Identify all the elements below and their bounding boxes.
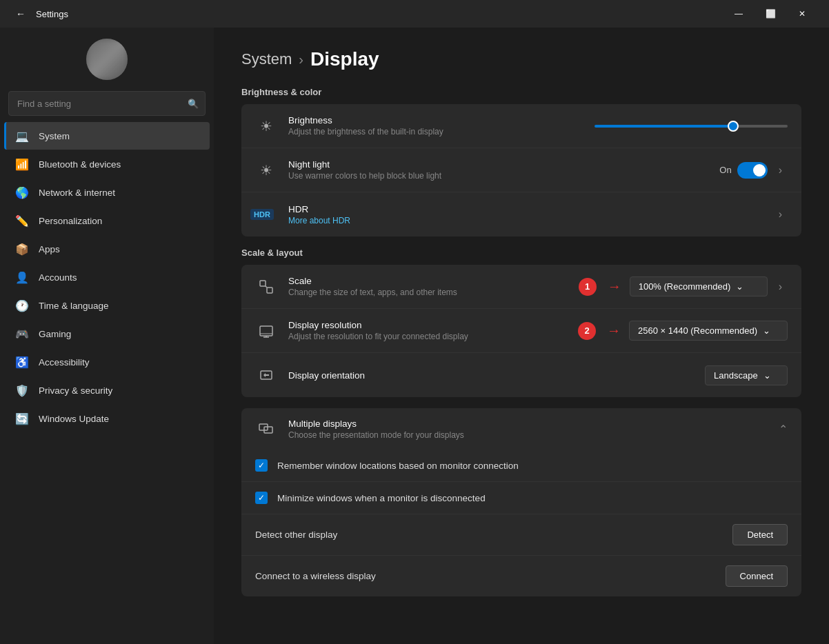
sidebar-item-time[interactable]: 🕐 Time & language: [4, 292, 210, 319]
sidebar-item-network[interactable]: 🌎 Network & internet: [4, 179, 210, 206]
remember-checkbox[interactable]: [255, 459, 268, 472]
breadcrumb-separator: ›: [299, 52, 303, 68]
sidebar-item-system[interactable]: 💻 System: [4, 122, 210, 150]
sidebar-item-label-accessibility: Accessibility: [39, 357, 90, 368]
scale-chevron[interactable]: ›: [773, 278, 788, 296]
scale-value: 100% (Recommended): [639, 281, 731, 292]
search-input[interactable]: [8, 91, 206, 116]
sidebar-item-apps[interactable]: 📦 Apps: [4, 235, 210, 263]
sidebar-item-bluetooth[interactable]: 📶 Bluetooth & devices: [4, 150, 210, 178]
hdr-action: ›: [773, 205, 788, 223]
svg-rect-1: [267, 288, 272, 293]
night-light-chevron[interactable]: ›: [773, 161, 788, 179]
titlebar: ← Settings — ⬜ ✕: [0, 0, 829, 28]
breadcrumb-current: Display: [310, 48, 379, 70]
minimize-button[interactable]: —: [723, 0, 755, 28]
sidebar-item-label-update: Windows Update: [39, 414, 109, 424]
hdr-link[interactable]: More about HDR: [288, 216, 773, 225]
annotation-arrow-1: →: [608, 279, 621, 294]
hdr-text: HDR More about HDR: [288, 204, 773, 225]
scale-action: 1 → 100% (Recommended) ⌄ ›: [579, 276, 788, 296]
resolution-text: Display resolution Adjust the resolution…: [288, 320, 578, 341]
remember-checkbox-row: Remember window locations based on monit…: [241, 450, 801, 482]
breadcrumb-parent[interactable]: System: [241, 50, 292, 68]
update-icon: 🔄: [15, 412, 29, 425]
scale-subtitle: Change the size of text, apps, and other…: [288, 288, 579, 297]
brightness-subtitle: Adjust the brightness of the built-in di…: [288, 127, 595, 137]
multiple-displays-text: Multiple displays Choose the presentatio…: [288, 419, 779, 440]
avatar: [86, 39, 128, 80]
apps-icon: 📦: [15, 242, 29, 256]
minimize-label: Minimize windows when a monitor is disco…: [277, 493, 486, 503]
resolution-title: Display resolution: [288, 320, 578, 330]
scale-dropdown[interactable]: 100% (Recommended) ⌄: [630, 276, 768, 296]
hdr-icon: HDR: [255, 203, 277, 225]
svg-line-2: [266, 286, 267, 288]
multiple-displays-header[interactable]: Multiple displays Choose the presentatio…: [241, 408, 801, 450]
detect-button[interactable]: Detect: [732, 524, 788, 545]
remember-label: Remember window locations based on monit…: [277, 461, 519, 471]
personalization-icon: ✏️: [15, 214, 29, 228]
brightness-title: Brightness: [288, 115, 595, 125]
orientation-icon: [255, 364, 277, 386]
orientation-dropdown[interactable]: Landscape ⌄: [705, 365, 788, 385]
settings-window: ← Settings — ⬜ ✕ 🔍 💻 System 📶: [0, 0, 829, 644]
multiple-displays-card: Multiple displays Choose the presentatio…: [241, 408, 801, 596]
minimize-checkbox-row: Minimize windows when a monitor is disco…: [241, 482, 801, 514]
back-button[interactable]: ←: [11, 4, 30, 23]
night-light-status: On: [719, 165, 731, 175]
connect-row: Connect to a wireless display Connect: [241, 556, 801, 596]
scale-row: Scale Change the size of text, apps, and…: [241, 265, 801, 309]
orientation-text: Display orientation: [288, 370, 705, 381]
orientation-title: Display orientation: [288, 370, 705, 381]
resolution-chevron-icon: ⌄: [763, 325, 770, 336]
connect-button[interactable]: Connect: [726, 565, 788, 587]
sidebar-item-personalization[interactable]: ✏️ Personalization: [4, 207, 210, 234]
night-light-text: Night light Use warmer colors to help bl…: [288, 159, 719, 181]
hdr-badge: HDR: [250, 209, 274, 220]
resolution-row: Display resolution Adjust the resolution…: [241, 309, 801, 353]
minimize-checkbox[interactable]: [255, 492, 268, 504]
resolution-subtitle: Adjust the resolution to fit your connec…: [288, 332, 578, 341]
night-light-action: On ›: [719, 161, 788, 179]
sidebar-item-label-accounts: Accounts: [39, 272, 77, 283]
detect-label: Detect other display: [255, 530, 732, 540]
time-icon: 🕐: [15, 299, 29, 312]
sidebar-item-label-time: Time & language: [39, 301, 109, 311]
search-icon: 🔍: [188, 99, 199, 109]
annotation-1: 1: [579, 278, 597, 296]
resolution-value: 2560 × 1440 (Recommended): [638, 325, 757, 336]
brightness-slider[interactable]: [595, 125, 788, 128]
orientation-row: Display orientation Landscape ⌄: [241, 353, 801, 397]
detect-row: Detect other display Detect: [241, 514, 801, 556]
orientation-chevron-icon: ⌄: [763, 370, 771, 381]
gaming-icon: 🎮: [15, 327, 29, 341]
close-button[interactable]: ✕: [786, 0, 818, 28]
night-light-toggle[interactable]: [737, 162, 768, 179]
annotation-arrow-2: →: [607, 323, 621, 339]
resolution-icon: [255, 320, 277, 342]
night-light-subtitle: Use warmer colors to help block blue lig…: [288, 171, 719, 181]
scale-text: Scale Change the size of text, apps, and…: [288, 276, 579, 297]
privacy-icon: 🛡️: [15, 383, 29, 397]
night-light-title: Night light: [288, 159, 719, 170]
sidebar-item-update[interactable]: 🔄 Windows Update: [4, 405, 210, 432]
brightness-icon: ☀: [255, 115, 277, 137]
sidebar-item-accounts[interactable]: 👤 Accounts: [4, 263, 210, 291]
sidebar-item-label-system: System: [39, 131, 70, 141]
hdr-chevron[interactable]: ›: [773, 205, 788, 223]
scale-chevron-icon: ⌄: [736, 281, 743, 292]
scale-section-label: Scale & layout: [241, 248, 801, 258]
main-content: System › Display Brightness & color ☀ Br…: [214, 28, 829, 644]
multiple-displays-title: Multiple displays: [288, 419, 779, 429]
sidebar-item-label-apps: Apps: [39, 244, 60, 254]
sidebar-item-privacy[interactable]: 🛡️ Privacy & security: [4, 376, 210, 404]
resolution-dropdown[interactable]: 2560 × 1440 (Recommended) ⌄: [629, 321, 788, 341]
breadcrumb: System › Display: [241, 48, 801, 70]
sidebar-item-gaming[interactable]: 🎮 Gaming: [4, 320, 210, 348]
brightness-row: ☀ Brightness Adjust the brightness of th…: [241, 104, 801, 148]
svg-rect-0: [260, 281, 266, 286]
sidebar-item-label-privacy: Privacy & security: [39, 385, 112, 396]
sidebar-item-accessibility[interactable]: ♿️ Accessibility: [4, 348, 210, 376]
maximize-button[interactable]: ⬜: [755, 0, 786, 28]
